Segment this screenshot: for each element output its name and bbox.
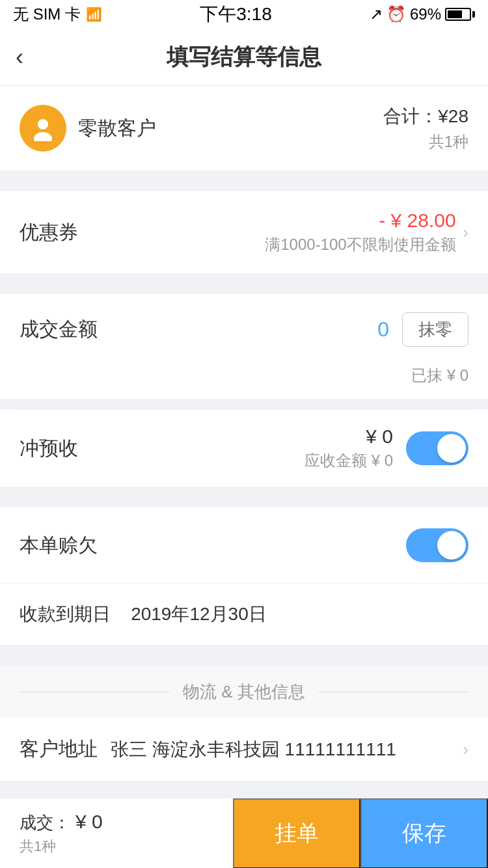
customer-card: 零散客户 合计：¥28 共1种: [0, 86, 488, 170]
prepayment-card: 冲预收 ¥ 0 应收金额 ¥ 0: [0, 409, 488, 487]
save-button[interactable]: 保存: [360, 798, 488, 869]
prepayment-value: ¥ 0: [305, 426, 393, 448]
status-time: 下午3:18: [200, 2, 272, 27]
debt-row: 本单赊欠: [0, 508, 488, 583]
hold-button[interactable]: 挂单: [233, 798, 360, 869]
bottom-deal-label: 成交：: [20, 811, 70, 834]
status-right: ↗ ⏰ 69%: [370, 5, 475, 23]
deal-amount-right: 0 抹零: [363, 312, 468, 347]
bottom-deal-amount: ¥ 0: [75, 811, 103, 833]
round-zero-button[interactable]: 抹零: [402, 312, 468, 347]
total-count: 共1种: [383, 131, 468, 152]
coupon-value: - ¥ 28.00 满1000-100不限制使用金额: [265, 210, 455, 255]
battery-icon: [445, 8, 475, 21]
coupon-description: 满1000-100不限制使用金额: [265, 234, 455, 255]
logistics-section-label: 物流 & 其他信息: [183, 682, 305, 701]
battery-percent: 69%: [410, 5, 441, 23]
bottom-bar: 成交： ¥ 0 共1种 挂单 保存: [0, 798, 488, 868]
debt-label: 本单赊欠: [20, 532, 98, 559]
bottom-deal-info: 成交： ¥ 0 共1种: [0, 811, 233, 856]
deal-amount-label: 成交金额: [20, 316, 98, 343]
alarm-icon: ⏰: [386, 5, 406, 23]
page-title: 填写结算等信息: [167, 42, 321, 72]
coupon-card: 优惠券 - ¥ 28.00 满1000-100不限制使用金额 ›: [0, 191, 488, 273]
coupon-discount: - ¥ 28.00: [265, 210, 455, 232]
coupon-right: - ¥ 28.00 满1000-100不限制使用金额 ›: [265, 210, 468, 255]
sim-text: 无 SIM 卡: [13, 4, 81, 25]
prepayment-row: 冲预收 ¥ 0 应收金额 ¥ 0: [0, 410, 488, 487]
deal-amount-sub: 已抹 ¥ 0: [0, 365, 488, 399]
prepayment-amount: ¥ 0 应收金额 ¥ 0: [305, 426, 393, 471]
customer-left: 零散客户: [20, 105, 156, 152]
debt-toggle[interactable]: [406, 528, 468, 562]
coupon-label: 优惠券: [20, 219, 78, 246]
logistics-label-wrap: 物流 & 其他信息: [170, 681, 318, 703]
customer-name: 零散客户: [78, 115, 156, 142]
status-bar: 无 SIM 卡 📶 下午3:18 ↗ ⏰ 69%: [0, 0, 488, 29]
address-row[interactable]: 客户地址 张三 海淀永丰科技园 11111111111 ›: [0, 718, 488, 781]
content-area: 零散客户 合计：¥28 共1种 优惠券 - ¥ 28.00 满1000-100不…: [0, 86, 488, 868]
prepayment-label: 冲预收: [20, 435, 78, 462]
bottom-deal-row: 成交： ¥ 0: [20, 811, 213, 834]
address-card: 客户地址 张三 海淀永丰科技园 11111111111 ›: [0, 718, 488, 781]
deal-amount-card: 成交金额 0 抹零 已抹 ¥ 0: [0, 294, 488, 399]
avatar: [20, 105, 66, 152]
bottom-count: 共1种: [20, 837, 213, 856]
prepayment-right: ¥ 0 应收金额 ¥ 0: [305, 426, 468, 471]
nav-bar: ‹ 填写结算等信息: [0, 29, 488, 86]
deal-amount-row: 成交金额 0 抹零: [0, 294, 488, 365]
address-label: 客户地址: [20, 736, 98, 763]
logistics-header: 物流 & 其他信息: [0, 666, 488, 718]
status-left: 无 SIM 卡 📶: [13, 4, 102, 25]
due-date-value: 2019年12月30日: [131, 604, 267, 624]
chevron-right-icon: ›: [463, 222, 468, 243]
location-icon: ↗: [370, 5, 383, 23]
logistics-section: 物流 & 其他信息: [0, 666, 488, 718]
already-rounded-text: 已抹 ¥ 0: [411, 365, 468, 386]
svg-point-0: [38, 119, 48, 129]
total-amount: 合计：¥28: [383, 104, 468, 129]
due-date-label-text: 收款到期日: [20, 604, 111, 624]
due-date-label: 收款到期日 2019年12月30日: [20, 604, 267, 624]
customer-right: 合计：¥28 共1种: [383, 104, 468, 152]
due-date-row: 收款到期日 2019年12月30日: [0, 583, 488, 645]
svg-point-1: [34, 132, 52, 141]
prepayment-toggle[interactable]: [406, 431, 468, 465]
back-button[interactable]: ‹: [16, 44, 23, 71]
address-chevron-icon: ›: [463, 739, 468, 760]
coupon-row[interactable]: 优惠券 - ¥ 28.00 满1000-100不限制使用金额 ›: [0, 191, 488, 273]
customer-row: 零散客户 合计：¥28 共1种: [0, 86, 488, 170]
deal-amount-input[interactable]: 0: [363, 318, 389, 342]
debt-card: 本单赊欠 收款到期日 2019年12月30日: [0, 508, 488, 645]
prepayment-receivable: 应收金额 ¥ 0: [305, 450, 393, 471]
address-value: 张三 海淀永丰科技园 11111111111: [111, 737, 456, 762]
wifi-icon: 📶: [86, 7, 102, 22]
